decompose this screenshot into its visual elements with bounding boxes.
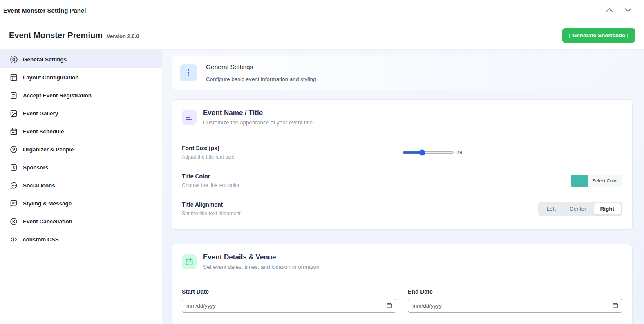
sidebar-item-label: Accept Event Registration — [23, 92, 92, 99]
sidebar-item-general-settings[interactable]: General Settings — [0, 50, 162, 68]
main-layout: General Settings Layout Configuration Ac… — [0, 50, 644, 324]
font-size-value: 28 — [456, 149, 462, 155]
page-title: Event Monster Premium — [9, 31, 103, 40]
title-color-row: Title Color Choose the title text color … — [182, 166, 622, 195]
font-size-labels: Font Size (px) Adjust the title font siz… — [182, 145, 235, 160]
title-alignment-row: Title Alignment Set the title text align… — [182, 195, 622, 223]
title-alignment-description: Set the title text alignment — [182, 211, 241, 216]
title-color-label: Title Color — [182, 173, 239, 180]
panel-title: Event Monster Setting Panel — [3, 7, 86, 14]
calendar-picker-icon[interactable] — [386, 302, 392, 308]
sidebar-item-social-icons[interactable]: Social Icons — [0, 176, 162, 194]
card-header-text: Event Name / Title Customize the appeara… — [203, 109, 313, 126]
card-event-name-title: Event Name / Title Customize the appeara… — [172, 99, 633, 230]
card-event-details-venue: Event Details & Venue Set event dates, t… — [172, 244, 633, 324]
sidebar-item-label: Event Cancellation — [23, 218, 72, 225]
alignment-segmented-control: Left Center Right — [538, 202, 622, 216]
card-subtitle: Customize the appearance of your event t… — [203, 119, 313, 126]
settings-sidebar: General Settings Layout Configuration Ac… — [0, 50, 162, 324]
sidebar-item-sponsors[interactable]: $ Sponsors — [0, 158, 162, 176]
calendar-picker-icon[interactable] — [612, 302, 618, 308]
title-alignment-label: Title Alignment — [182, 201, 241, 208]
sidebar-item-event-cancellation[interactable]: Event Cancellation — [0, 212, 162, 230]
generate-shortcode-button[interactable]: [ Generate Shortcode ] — [562, 28, 635, 43]
gear-icon — [10, 56, 18, 63]
start-date-field: Start Date — [182, 288, 396, 313]
date-fields: Start Date End Date — [172, 279, 632, 324]
card-body: Font Size (px) Adjust the title font siz… — [172, 135, 632, 230]
calendar-icon — [10, 128, 18, 135]
select-color-label[interactable]: Select Color — [588, 175, 622, 187]
sidebar-item-label: General Settings — [23, 56, 67, 63]
dollar-badge-icon: $ — [10, 164, 18, 171]
registration-form-icon — [10, 92, 18, 99]
x-circle-icon — [10, 218, 18, 225]
top-bar: Event Monster Setting Panel — [0, 0, 644, 21]
code-icon — [10, 236, 18, 243]
settings-content: General Settings Configure basic event i… — [162, 50, 644, 324]
align-left-button[interactable]: Left — [539, 203, 563, 215]
panel-toggle-controls — [603, 5, 634, 16]
image-icon — [10, 110, 18, 117]
align-right-button[interactable]: Right — [593, 203, 622, 215]
sidebar-item-label: coustom CSS — [23, 236, 59, 243]
collapse-up-button[interactable] — [603, 5, 615, 16]
collapse-down-button[interactable] — [622, 5, 634, 16]
start-date-input-wrap — [182, 299, 396, 313]
chevron-up-icon — [605, 7, 614, 14]
chevron-down-icon — [624, 7, 633, 14]
sidebar-item-styling-message[interactable]: Styling & Message — [0, 194, 162, 212]
font-size-description: Adjust the title font size — [182, 154, 235, 160]
font-size-label: Font Size (px) — [182, 145, 235, 151]
page-header: Event Monster Premium Version 2.0.0 [ Ge… — [0, 21, 644, 50]
end-date-label: End Date — [408, 288, 622, 295]
svg-text:$: $ — [13, 165, 15, 169]
end-date-field: End Date — [408, 288, 622, 313]
sidebar-item-event-gallery[interactable]: Event Gallery — [0, 104, 162, 122]
sidebar-item-label: Styling & Message — [23, 200, 72, 207]
person-circle-icon — [10, 146, 18, 153]
color-swatch[interactable] — [571, 175, 588, 187]
sidebar-item-label: Event Schedule — [23, 128, 64, 135]
card-title: Event Details & Venue — [203, 253, 319, 261]
sidebar-item-label: Layout Configuration — [23, 74, 78, 81]
title-alignment-labels: Title Alignment Set the title text align… — [182, 201, 241, 216]
sidebar-item-custom-css[interactable]: coustom CSS — [0, 230, 162, 248]
card-subtitle: Set event dates, times, and location inf… — [203, 264, 319, 270]
end-date-input-wrap — [408, 299, 622, 313]
sidebar-item-accept-event-registration[interactable]: Accept Event Registration — [0, 86, 162, 104]
card-header-text: Event Details & Venue Set event dates, t… — [203, 253, 319, 270]
banner-text: General Settings Configure basic event i… — [206, 63, 316, 82]
card-title: Event Name / Title — [203, 109, 313, 117]
sidebar-item-label: Organizer & People — [23, 146, 74, 153]
text-lines-icon — [182, 110, 197, 125]
banner-subtitle: Configure basic event information and st… — [206, 76, 316, 82]
version-label: Version 2.0.0 — [107, 33, 139, 39]
align-center-button[interactable]: Center — [563, 203, 593, 215]
banner-title: General Settings — [206, 63, 316, 71]
font-size-control: 28 — [402, 149, 622, 155]
layout-icon — [10, 74, 18, 81]
calendar-icon — [182, 254, 197, 269]
card-header: Event Details & Venue Set event dates, t… — [172, 244, 632, 279]
title-color-labels: Title Color Choose the title text color — [182, 173, 239, 188]
title-color-description: Choose the title text color — [182, 182, 239, 188]
sidebar-item-label: Event Gallery — [23, 110, 58, 117]
sidebar-item-layout-configuration[interactable]: Layout Configuration — [0, 68, 162, 86]
section-banner: General Settings Configure basic event i… — [172, 56, 633, 90]
card-header: Event Name / Title Customize the appeara… — [172, 100, 632, 135]
chat-bubble-icon — [10, 182, 18, 189]
message-square-icon — [10, 200, 18, 207]
font-size-row: Font Size (px) Adjust the title font siz… — [182, 138, 622, 166]
sidebar-item-event-schedule[interactable]: Event Schedule — [0, 122, 162, 140]
end-date-input[interactable] — [408, 299, 622, 313]
start-date-label: Start Date — [182, 288, 396, 295]
page-title-group: Event Monster Premium Version 2.0.0 — [9, 31, 139, 40]
sidebar-item-organizer-people[interactable]: Organizer & People — [0, 140, 162, 158]
sidebar-item-label: Sponsors — [23, 164, 48, 171]
font-size-slider[interactable] — [402, 151, 454, 154]
color-picker-button[interactable]: Select Color — [571, 175, 622, 187]
vertical-ellipsis-icon[interactable] — [180, 64, 197, 81]
sidebar-item-label: Social Icons — [23, 182, 55, 189]
start-date-input[interactable] — [182, 299, 396, 313]
